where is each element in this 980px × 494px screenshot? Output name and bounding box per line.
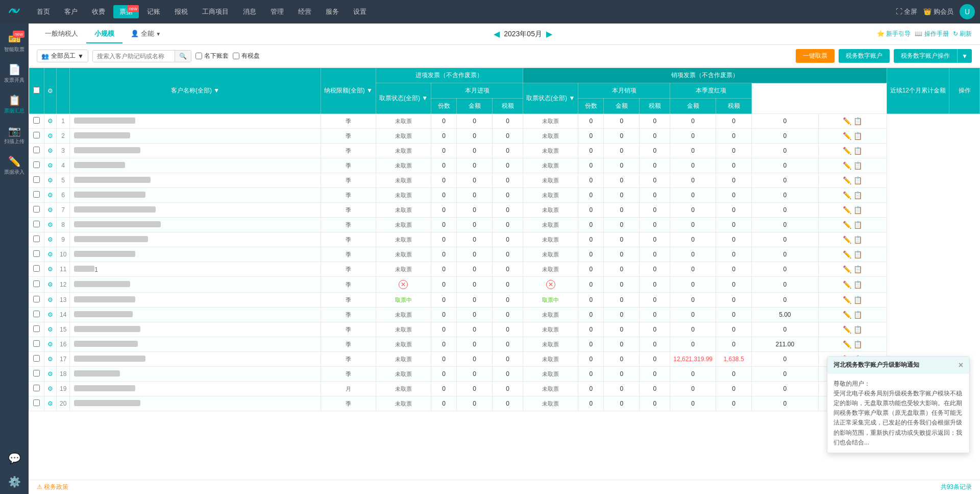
nav-client[interactable]: 客户 (58, 5, 84, 18)
edit-icon-13[interactable]: ✏️ (843, 296, 851, 304)
date-next-button[interactable]: ▶ (546, 29, 552, 39)
row-checkbox-5[interactable] (33, 176, 40, 183)
nav-home[interactable]: 首页 (31, 5, 56, 18)
edit-icon-6[interactable]: ✏️ (843, 191, 851, 199)
link-beginner-guide[interactable]: ⭐ 新手引导 (877, 30, 911, 38)
copy-icon-14[interactable]: 📋 (853, 311, 862, 319)
row-checkbox-8[interactable] (33, 221, 40, 227)
copy-icon-2[interactable]: 📋 (853, 132, 862, 140)
edit-icon-1[interactable]: ✏️ (843, 117, 851, 125)
notification-close-button[interactable]: × (959, 361, 963, 370)
sidebar-item-settings[interactable]: ⚙️ (0, 471, 29, 494)
select-all-checkbox[interactable] (33, 87, 40, 93)
row-checkbox-17[interactable] (33, 355, 40, 362)
sidebar-item-scan-upload[interactable]: 📷 扫描上传 (0, 120, 29, 150)
edit-icon-4[interactable]: ✏️ (843, 161, 851, 170)
row-checkbox-3[interactable] (33, 147, 40, 153)
edit-icon-15[interactable]: ✏️ (843, 325, 851, 334)
row-checkbox-9[interactable] (33, 236, 40, 242)
sidebar-item-invoice-open[interactable]: 📄 发票开具 (0, 58, 29, 89)
one-key-ticket-button[interactable]: 一键取票 (796, 49, 835, 63)
copy-icon-3[interactable]: 📋 (853, 147, 862, 155)
nav-accounting[interactable]: 记账 (141, 5, 166, 18)
copy-icon-12[interactable]: 📋 (853, 280, 862, 289)
staff-select[interactable]: 👥 全部员工 ▼ (37, 50, 88, 62)
copy-icon-6[interactable]: 📋 (853, 191, 862, 199)
date-prev-button[interactable]: ◀ (494, 29, 500, 39)
tab-small-scale[interactable]: 小规模 (86, 25, 122, 43)
row-checkbox-16[interactable] (33, 340, 40, 347)
nav-tax[interactable]: 报税 (168, 5, 194, 18)
user-avatar[interactable]: U (960, 4, 975, 19)
row-checkbox-20[interactable] (33, 399, 40, 406)
edit-icon-14[interactable]: ✏️ (843, 311, 851, 319)
checkbox-sub-accounts-input[interactable] (195, 53, 202, 59)
tax-digital-op-dropdown[interactable]: ▼ (957, 49, 972, 63)
edit-icon-11[interactable]: ✏️ (843, 265, 851, 273)
sidebar-item-message[interactable]: 💬 (0, 447, 29, 471)
edit-icon-5[interactable]: ✏️ (843, 176, 851, 184)
checkbox-has-tax-disk-input[interactable] (233, 53, 239, 59)
copy-icon-8[interactable]: 📋 (853, 221, 862, 229)
nav-operation[interactable]: 经营 (292, 5, 317, 18)
row-checkbox-12[interactable] (33, 280, 40, 287)
row-checkbox-13[interactable] (33, 296, 40, 302)
edit-icon-10[interactable]: ✏️ (843, 250, 851, 258)
copy-icon-13[interactable]: 📋 (853, 296, 862, 304)
nav-management[interactable]: 管理 (264, 5, 290, 18)
nav-billing[interactable]: 收费 (86, 5, 111, 18)
row-checkbox-19[interactable] (33, 385, 40, 391)
th-output-status[interactable]: 取票状态(全部) ▼ (523, 83, 578, 114)
link-manual[interactable]: 📖 操作手册 (915, 30, 948, 38)
row-checkbox-4[interactable] (33, 161, 40, 168)
row-checkbox-18[interactable] (33, 370, 40, 377)
checkbox-has-tax-disk[interactable]: 有税盘 (233, 52, 260, 60)
copy-icon-15[interactable]: 📋 (853, 325, 862, 334)
row-checkbox-2[interactable] (33, 132, 40, 138)
app-logo[interactable] (5, 2, 26, 22)
edit-icon-9[interactable]: ✏️ (843, 236, 851, 244)
edit-icon-8[interactable]: ✏️ (843, 221, 851, 229)
nav-service[interactable]: 服务 (320, 5, 345, 18)
edit-icon-3[interactable]: ✏️ (843, 147, 851, 155)
tab-general-taxpayer[interactable]: 一般纳税人 (37, 25, 86, 43)
tax-digital-account-button[interactable]: 税务数字账户 (839, 49, 890, 63)
row-checkbox-15[interactable] (33, 325, 40, 332)
row-checkbox-1[interactable] (33, 117, 40, 124)
sidebar-item-invoice-summary[interactable]: 📋 票据汇总 (0, 89, 29, 120)
edit-icon-2[interactable]: ✏️ (843, 132, 851, 140)
checkbox-sub-accounts[interactable]: 名下账套 (195, 52, 229, 60)
copy-icon-9[interactable]: 📋 (853, 236, 862, 244)
edit-icon-12[interactable]: ✏️ (843, 280, 851, 289)
tax-policy-link[interactable]: ⚠ 税务政策 (37, 483, 68, 491)
tax-digital-op-button[interactable]: 税务数字账户操作 (894, 49, 957, 63)
sidebar-item-smart-ticket[interactable]: 🎫 智能取票 new (0, 28, 29, 58)
edit-icon-16[interactable]: ✏️ (843, 340, 851, 348)
th-tax-limit[interactable]: 纳税限额(全部) ▼ (321, 68, 376, 114)
th-client[interactable]: 客户名称(全部) ▼ (70, 68, 321, 114)
row-checkbox-6[interactable] (33, 191, 40, 198)
nav-settings[interactable]: 设置 (347, 5, 373, 18)
row-checkbox-14[interactable] (33, 311, 40, 317)
search-input[interactable] (93, 51, 175, 62)
row-checkbox-11[interactable] (33, 265, 40, 272)
fullscreen-button[interactable]: ⛶ 全屏 (896, 7, 918, 16)
copy-icon-7[interactable]: 📋 (853, 206, 862, 214)
search-button[interactable]: 🔍 (175, 51, 191, 62)
buy-member-button[interactable]: 👑 购会员 (923, 7, 953, 16)
copy-icon-16[interactable]: 📋 (853, 340, 862, 348)
link-refresh[interactable]: ↻ 刷新 (953, 30, 972, 38)
edit-icon-7[interactable]: ✏️ (843, 206, 851, 214)
sidebar-item-invoice-entry[interactable]: ✏️ 票据录入 (0, 150, 29, 181)
row-checkbox-10[interactable] (33, 250, 40, 257)
copy-icon-4[interactable]: 📋 (853, 161, 862, 170)
copy-icon-5[interactable]: 📋 (853, 176, 862, 184)
tab-all-capability[interactable]: 👤 全能 ▼ (122, 25, 169, 43)
copy-icon-10[interactable]: 📋 (853, 250, 862, 258)
nav-invoice[interactable]: 票据 new (113, 5, 139, 18)
row-checkbox-7[interactable] (33, 206, 40, 213)
nav-business[interactable]: 工商项目 (196, 5, 235, 18)
copy-icon-1[interactable]: 📋 (853, 117, 862, 125)
th-input-status[interactable]: 取票状态(全部) ▼ (376, 83, 431, 114)
nav-message[interactable]: 消息 (237, 5, 262, 18)
